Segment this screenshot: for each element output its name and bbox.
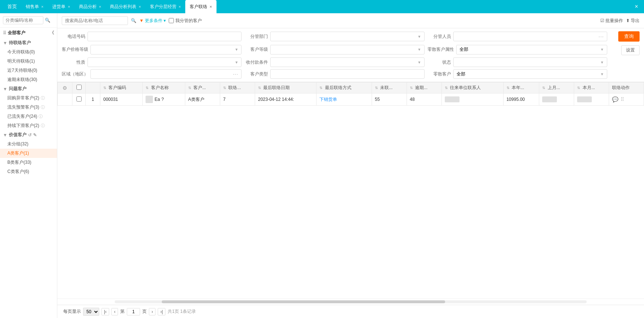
table-header-this-month[interactable]: ⇅ 本月... [574, 82, 609, 93]
table-header-no-contact[interactable]: ⇅ 未联... [372, 82, 407, 93]
sidebar-item-7days[interactable]: 近7天待联络(0) [0, 66, 57, 75]
data-table-wrapper: ⚙ ⇅ 客户编码 ⇅ 客户名称 [57, 82, 644, 298]
row-checkbox-cell[interactable] [72, 93, 86, 106]
info-icon-4: ⓘ [41, 123, 45, 128]
window-close-button[interactable]: × [632, 3, 641, 10]
dept-select[interactable]: ▼ [270, 32, 424, 41]
refresh-icon[interactable]: ↺ [28, 132, 32, 138]
page-number-input[interactable] [127, 308, 140, 315]
close-customer-segment-tab[interactable]: × [179, 4, 181, 9]
sort-icon-type: ⇅ [188, 86, 191, 90]
retail-attr-select[interactable]: 全部 ▼ [456, 45, 607, 54]
settings-gear-icon[interactable]: ⚙ [62, 85, 67, 91]
close-sales-tab[interactable]: × [41, 4, 43, 9]
chevron-down-icon-3: ▼ [418, 47, 421, 52]
dots-icon: ··· [598, 33, 604, 39]
action-more-icon[interactable]: ⠿ [620, 96, 624, 102]
sidebar: 🔍 ⠿ 全部客户 《 ▼ 待联络客户 今天待联络(0) 明天待联络(1) 近7天… [0, 13, 57, 318]
row-last-date: 2023-04-12 14:44: [255, 93, 316, 106]
manager-dots[interactable]: ··· [453, 32, 607, 41]
sort-icon-this-year: ⇅ [507, 86, 509, 90]
nav-tab-sales[interactable]: 销售单 × [21, 0, 48, 13]
sidebar-search-input[interactable] [3, 16, 43, 24]
sidebar-item-unclassified[interactable]: 未分组(32) [0, 139, 57, 149]
table-header-this-year[interactable]: ⇅ 本年... [503, 82, 539, 93]
sidebar-collapse-icon[interactable]: 《 [50, 30, 54, 36]
next-page-btn[interactable]: › [149, 308, 155, 315]
close-goods-analysis-tab[interactable]: × [99, 4, 101, 9]
row-contact: 7 [220, 93, 255, 106]
nav-tab-goods-analysis-list[interactable]: 商品分析列表 × [105, 0, 145, 13]
sort-icon-last-method: ⇅ [319, 86, 322, 90]
table-header-last-date[interactable]: ⇅ 最后联络日期 [255, 82, 316, 93]
nav-home-tab[interactable]: 首页 [3, 0, 21, 13]
table-header-name[interactable]: ⇅ 客户名称 [143, 82, 185, 93]
row-last-method[interactable]: 下销货单 [316, 93, 372, 106]
close-customer-contact-tab[interactable]: × [210, 4, 212, 9]
table-header-checkbox[interactable] [72, 82, 86, 93]
nav-tab-goods-analysis[interactable]: 商品分析 × [75, 0, 105, 13]
first-page-btn[interactable]: |‹ [101, 308, 109, 315]
sidebar-item-class-c[interactable]: C类客户(6) [0, 167, 57, 176]
per-page-select[interactable]: 50 [83, 308, 99, 316]
sidebar-search-icon[interactable]: 🔍 [45, 18, 50, 23]
export-btn[interactable]: ⬆ 导出 [626, 18, 640, 24]
nav-tab-purchase[interactable]: 进货单 × [48, 0, 74, 13]
sort-icon-last-date: ⇅ [258, 86, 261, 90]
table-header-contact[interactable]: ⇅ 联络... [220, 82, 255, 93]
customer-level-select[interactable]: ▼ [270, 45, 424, 54]
sidebar-item-today[interactable]: 今天待联络(0) [0, 47, 57, 57]
triangle-icon-2: ▼ [3, 86, 7, 92]
batch-op-btn[interactable]: ☑ 批量操作 [600, 18, 623, 24]
sidebar-item-overdue[interactable]: 逾期未联络(30) [0, 75, 57, 84]
customer-avatar [146, 96, 153, 103]
table-header-settings[interactable]: ⚙ [58, 82, 72, 93]
retail-customer-select[interactable]: 全部 ▼ [453, 69, 607, 79]
triangle-icon-3: ▼ [3, 132, 7, 138]
sort-icon-overdue: ⇅ [410, 86, 413, 90]
settings-button[interactable]: 设置 [621, 45, 640, 55]
sidebar-all-customers[interactable]: ⠿ 全部客户 《 [0, 28, 57, 38]
payment-select[interactable]: ▼ [270, 57, 424, 67]
sort-icon-contact: ⇅ [223, 86, 226, 90]
search-input[interactable] [62, 16, 128, 25]
action-chat-icon[interactable]: 💬 [612, 96, 618, 102]
horizontal-scrollbar[interactable] [115, 300, 587, 303]
more-conditions-btn[interactable]: ▼ 更多条件 ▾ [139, 18, 166, 24]
table-header-last-month[interactable]: ⇅ 上月... [539, 82, 574, 93]
table-header-overdue[interactable]: ⇅ 逾期... [407, 82, 441, 93]
search-icon[interactable]: 🔍 [131, 18, 136, 23]
table-header-last-method[interactable]: ⇅ 最后联络方式 [316, 82, 372, 93]
price-level-select[interactable]: ▼ [90, 45, 242, 54]
nature-select[interactable]: ▼ [87, 57, 242, 67]
edit-icon[interactable]: ✎ [33, 132, 37, 138]
table-header-code[interactable]: ⇅ 客户编码 [100, 82, 143, 93]
sidebar-item-class-b[interactable]: B类客户(33) [0, 158, 57, 167]
last-method-link[interactable]: 下销货单 [319, 97, 337, 102]
prev-page-btn[interactable]: ‹ [111, 308, 118, 315]
customer-type-input[interactable] [270, 69, 424, 79]
region-dots[interactable]: ··· [90, 69, 242, 79]
close-purchase-tab[interactable]: × [68, 4, 70, 9]
phone-input[interactable] [87, 32, 242, 41]
filter-phone: 电话号码 [62, 32, 242, 41]
table-header-type[interactable]: ⇅ 客户... [185, 82, 220, 93]
close-goods-list-tab[interactable]: × [139, 4, 141, 9]
last-page-btn[interactable]: ›| [158, 308, 165, 315]
sidebar-item-lost[interactable]: 已流失客户(24) ⓘ [0, 112, 57, 121]
query-button[interactable]: 查询 [618, 31, 640, 42]
filter-customer-level: 客户等级 ▼ [244, 45, 424, 54]
my-customers-checkbox[interactable] [169, 18, 174, 23]
table-header-company-contact[interactable]: ⇅ 往来单位联系人 [441, 82, 503, 93]
select-all-checkbox[interactable] [76, 85, 82, 90]
sidebar-item-tomorrow[interactable]: 明天待联络(1) [0, 57, 57, 66]
sidebar-item-class-a[interactable]: A类客户(1) [0, 149, 57, 158]
last-month-placeholder [542, 96, 557, 102]
sidebar-item-lost-risk[interactable]: 流失预警客户(3) ⓘ [0, 103, 57, 112]
sidebar-item-repeat-buy[interactable]: 回购异常客户(2) ⓘ [0, 93, 57, 103]
sidebar-item-decline[interactable]: 持续下滑客户(2) ⓘ [0, 121, 57, 130]
status-select[interactable]: ▼ [453, 57, 607, 67]
nav-tab-customer-segment[interactable]: 客户分层经营 × [146, 0, 185, 13]
row-checkbox[interactable] [76, 96, 82, 102]
nav-tab-customer-contact[interactable]: 客户联络 × [185, 0, 216, 13]
